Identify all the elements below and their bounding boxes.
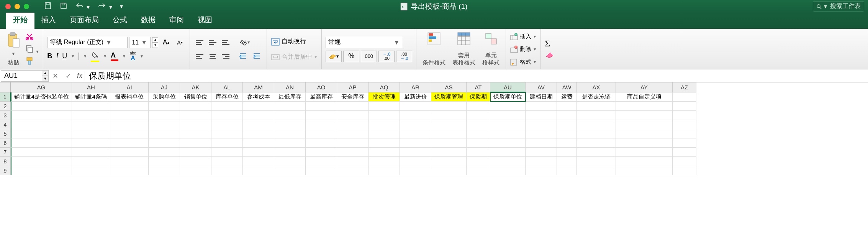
cell-AO5[interactable] — [306, 129, 337, 138]
cell-AP7[interactable] — [337, 148, 368, 157]
currency-button[interactable]: ▾ — [326, 51, 342, 62]
cell-AS3[interactable] — [431, 111, 467, 120]
cell-AW7[interactable] — [557, 148, 577, 157]
cell-AP4[interactable] — [337, 120, 368, 129]
cell-AN2[interactable] — [274, 102, 306, 111]
cell-AR7[interactable] — [400, 148, 431, 157]
column-header-AL[interactable]: AL — [211, 82, 243, 92]
cell-AS6[interactable] — [431, 138, 467, 148]
increase-font-button[interactable]: A▴ — [160, 37, 172, 48]
conditional-formatting-button[interactable]: 条件格式 — [420, 31, 448, 67]
cell-AP6[interactable] — [337, 138, 368, 148]
cell-AS1[interactable]: 保质期管理 — [431, 92, 467, 102]
align-right-button[interactable] — [220, 51, 231, 62]
name-box-stepper[interactable]: ▲▼ — [42, 70, 49, 82]
align-middle-button[interactable] — [207, 37, 218, 48]
column-header-AT[interactable]: AT — [467, 82, 490, 92]
orientation-button[interactable]: ab▼ — [237, 37, 254, 48]
increase-indent-button[interactable] — [251, 51, 263, 62]
cell-AZ7[interactable] — [673, 148, 696, 157]
delete-cells-button[interactable]: ×删除 ▼ — [510, 44, 537, 55]
cell-AX6[interactable] — [577, 138, 616, 148]
border-button[interactable] — [79, 53, 79, 60]
italic-button[interactable]: I — [56, 52, 58, 60]
cell-AO9[interactable] — [306, 166, 337, 175]
cell-AK1[interactable]: 销售单位 — [180, 92, 211, 102]
align-top-button[interactable] — [194, 37, 205, 48]
cell-AI2[interactable] — [110, 102, 149, 111]
align-left-button[interactable] — [194, 51, 205, 62]
cell-AK9[interactable] — [180, 166, 211, 175]
cell-AX3[interactable] — [577, 111, 616, 120]
cell-AM3[interactable] — [243, 111, 274, 120]
cell-AW9[interactable] — [557, 166, 577, 175]
cell-AS2[interactable] — [431, 102, 467, 111]
cell-AW8[interactable] — [557, 157, 577, 166]
cell-AS9[interactable] — [431, 166, 467, 175]
ribbon-tab-0[interactable]: 开始 — [6, 12, 34, 29]
cell-AN1[interactable]: 最低库存 — [274, 92, 306, 102]
cell-AH7[interactable] — [72, 148, 110, 157]
cell-AL8[interactable] — [211, 157, 243, 166]
cell-AP5[interactable] — [337, 129, 368, 138]
column-header-AR[interactable]: AR — [400, 82, 431, 92]
column-header-AY[interactable]: AY — [616, 82, 673, 92]
cell-AQ4[interactable] — [368, 120, 400, 129]
cell-AH3[interactable] — [72, 111, 110, 120]
cell-AV7[interactable] — [526, 148, 557, 157]
cell-AG6[interactable] — [11, 138, 72, 148]
cell-AY4[interactable] — [616, 120, 673, 129]
cell-AM2[interactable] — [243, 102, 274, 111]
cell-AQ6[interactable] — [368, 138, 400, 148]
cell-AY7[interactable] — [616, 148, 673, 157]
cell-AV4[interactable] — [526, 120, 557, 129]
cell-AJ8[interactable] — [149, 157, 180, 166]
comma-button[interactable]: 000 — [361, 51, 377, 62]
column-header-AX[interactable]: AX — [577, 82, 616, 92]
cell-AN4[interactable] — [274, 120, 306, 129]
cell-AG3[interactable] — [11, 111, 72, 120]
cell-AJ9[interactable] — [149, 166, 180, 175]
cell-AM8[interactable] — [243, 157, 274, 166]
cell-AR9[interactable] — [400, 166, 431, 175]
cell-AR3[interactable] — [400, 111, 431, 120]
cell-AX4[interactable] — [577, 120, 616, 129]
ribbon-tab-4[interactable]: 数据 — [134, 12, 162, 29]
align-center-button[interactable] — [207, 51, 218, 62]
cell-AQ1[interactable]: 批次管理 — [368, 92, 400, 102]
cell-AL1[interactable]: 库存单位 — [211, 92, 243, 102]
cell-AV2[interactable] — [526, 102, 557, 111]
format-cells-button[interactable]: 格式 ▼ — [510, 56, 537, 67]
row-header-7[interactable]: 7 — [0, 148, 11, 157]
maximize-window-button[interactable] — [24, 4, 29, 9]
cell-AI7[interactable] — [110, 148, 149, 157]
cell-AQ5[interactable] — [368, 129, 400, 138]
cell-AZ4[interactable] — [673, 120, 696, 129]
cell-AH6[interactable] — [72, 138, 110, 148]
cell-AO4[interactable] — [306, 120, 337, 129]
cell-AH4[interactable] — [72, 120, 110, 129]
cell-AZ5[interactable] — [673, 129, 696, 138]
cell-AS5[interactable] — [431, 129, 467, 138]
cell-AH9[interactable] — [72, 166, 110, 175]
underline-button[interactable]: U — [62, 52, 67, 60]
cell-AJ5[interactable] — [149, 129, 180, 138]
cell-AJ6[interactable] — [149, 138, 180, 148]
cell-AJ4[interactable] — [149, 120, 180, 129]
cell-AG8[interactable] — [11, 157, 72, 166]
align-bottom-button[interactable] — [220, 37, 231, 48]
cell-AT4[interactable] — [467, 120, 490, 129]
cell-AN9[interactable] — [274, 166, 306, 175]
cell-AV8[interactable] — [526, 157, 557, 166]
cell-AZ9[interactable] — [673, 166, 696, 175]
cell-AT2[interactable] — [467, 102, 490, 111]
row-header-6[interactable]: 6 — [0, 138, 11, 148]
cell-AI8[interactable] — [110, 157, 149, 166]
cell-AP8[interactable] — [337, 157, 368, 166]
cell-AT9[interactable] — [467, 166, 490, 175]
cell-AR2[interactable] — [400, 102, 431, 111]
merge-center-button[interactable]: 合并后居中 ▼ — [271, 51, 318, 63]
cell-AV5[interactable] — [526, 129, 557, 138]
column-header-AN[interactable]: AN — [274, 82, 306, 92]
cell-AL4[interactable] — [211, 120, 243, 129]
